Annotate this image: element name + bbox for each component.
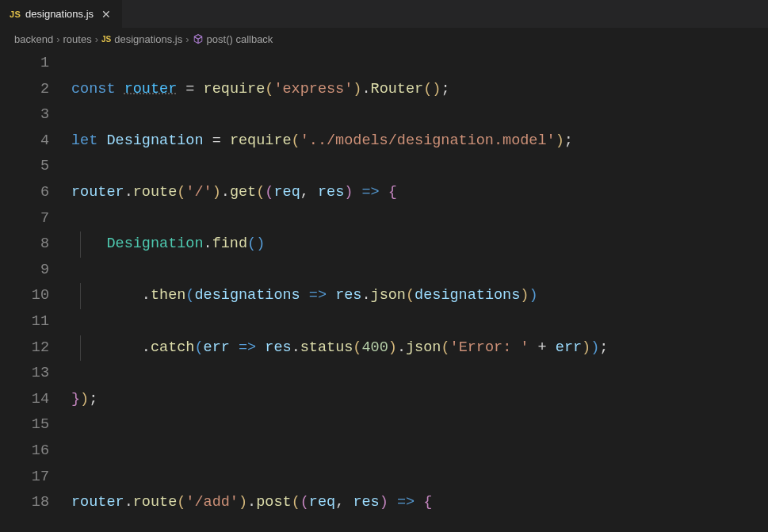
chevron-right-icon: › xyxy=(185,33,189,45)
code-content[interactable]: const router = require('express').Router… xyxy=(67,51,608,532)
tab-bar: JS designations.js ✕ xyxy=(0,0,768,29)
method-icon xyxy=(193,33,204,44)
breadcrumb-segment-file[interactable]: designations.js xyxy=(114,33,182,45)
code-line[interactable]: let Designation = require('../models/des… xyxy=(71,128,608,155)
line-number: 9 xyxy=(0,258,49,284)
chevron-right-icon: › xyxy=(95,33,98,45)
line-number: 12 xyxy=(0,335,49,362)
line-number: 10 xyxy=(0,283,49,309)
line-number: 2 xyxy=(0,77,49,103)
line-number: 1 xyxy=(0,51,49,77)
close-icon[interactable]: ✕ xyxy=(98,7,114,21)
line-number: 8 xyxy=(0,232,49,258)
tab-filename: designations.js xyxy=(25,8,94,20)
code-line[interactable]: router.route('/').get((req, res) => { xyxy=(71,180,608,206)
line-number: 11 xyxy=(0,309,49,335)
line-number: 6 xyxy=(0,180,49,206)
breadcrumb-segment-folder[interactable]: backend xyxy=(14,33,53,45)
line-number: 3 xyxy=(0,102,49,128)
line-number-gutter: 1 2 3 4 5 6 7 8 9 10 11 12 13 14 15 16 1… xyxy=(0,51,67,532)
breadcrumb[interactable]: backend › routes › JS designations.js › … xyxy=(0,29,768,49)
code-editor[interactable]: 1 2 3 4 5 6 7 8 9 10 11 12 13 14 15 16 1… xyxy=(0,49,768,532)
line-number: 7 xyxy=(0,206,49,232)
code-line[interactable]: .catch(err => res.status(400).json('Erro… xyxy=(71,335,608,362)
breadcrumb-segment-symbol[interactable]: post() callback xyxy=(207,33,273,45)
line-number: 5 xyxy=(0,154,49,180)
line-number: 4 xyxy=(0,128,49,155)
code-line[interactable]: .then(designations => res.json(designati… xyxy=(71,283,608,309)
line-number: 15 xyxy=(0,412,49,438)
code-line[interactable]: Designation.find() xyxy=(71,232,608,258)
code-line[interactable]: const router = require('express').Router… xyxy=(71,77,608,103)
javascript-file-icon: JS xyxy=(101,35,111,44)
code-line[interactable] xyxy=(71,438,608,465)
line-number: 17 xyxy=(0,465,49,491)
code-line[interactable]: router.route('/add').post((req, res) => … xyxy=(71,490,608,516)
code-line[interactable]: }); xyxy=(71,387,608,413)
javascript-file-icon: JS xyxy=(10,10,21,19)
line-number: 16 xyxy=(0,438,49,465)
chevron-right-icon: › xyxy=(56,33,59,45)
editor-tab[interactable]: JS designations.js ✕ xyxy=(0,0,123,28)
line-number: 14 xyxy=(0,387,49,413)
line-number: 13 xyxy=(0,361,49,387)
line-number: 18 xyxy=(0,490,49,516)
breadcrumb-segment-folder[interactable]: routes xyxy=(63,33,92,45)
